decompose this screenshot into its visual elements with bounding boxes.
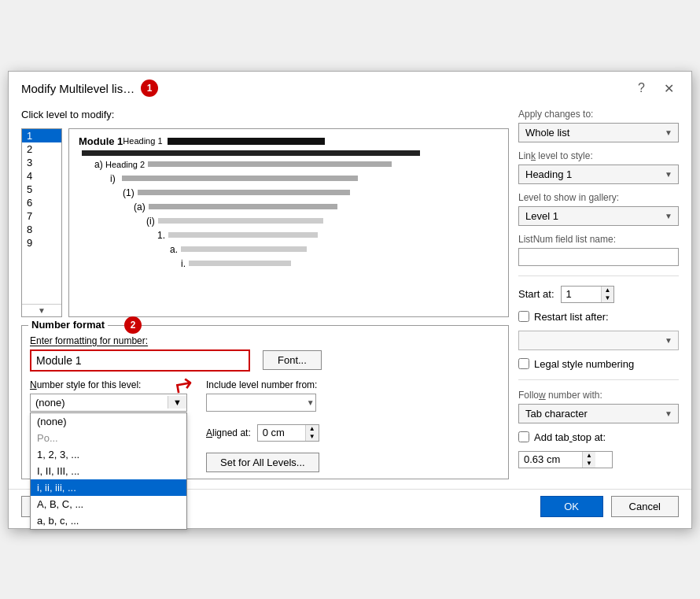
preview-text-3: a) xyxy=(94,159,105,170)
preview-line-5: (1) xyxy=(123,187,499,198)
apply-label: Apply changes to: xyxy=(518,109,679,120)
level-list-inner[interactable]: 1 2 3 4 5 6 7 8 9 xyxy=(22,129,61,304)
preview-text-9: a. xyxy=(170,244,178,255)
level-item-4[interactable]: 4 xyxy=(22,169,61,183)
level-item-7[interactable]: 7 xyxy=(22,209,61,223)
style-dropdown-list[interactable]: (none) Po... 1, 2, 3, ... I, II, III, ..… xyxy=(30,412,187,530)
style-option-alpha-lower[interactable]: a, b, c, ... xyxy=(31,512,186,529)
add-tab-spin-up[interactable]: ▲ xyxy=(583,452,595,460)
set-all-button[interactable]: Set for All Levels... xyxy=(206,453,319,472)
apply-dropdown[interactable]: Whole list xyxy=(518,123,679,142)
follow-dropdown[interactable]: Tab character xyxy=(518,404,679,423)
level-item-6[interactable]: 6 xyxy=(22,196,61,209)
start-at-spin: ▲ ▼ xyxy=(561,286,615,303)
preview-line-10: i. xyxy=(181,258,499,269)
listnum-section: ListNum field list name: xyxy=(518,234,679,266)
listnum-input[interactable] xyxy=(518,248,679,266)
start-at-input[interactable] xyxy=(562,287,601,301)
legal-row: Legal style numbering xyxy=(518,358,679,370)
preview-bar-6 xyxy=(149,204,337,209)
style-dropdown-wrap: (none) ▼ (none) Po... 1, 2, 3, ... I, II… xyxy=(30,394,187,412)
add-tab-checkbox[interactable] xyxy=(518,431,529,442)
preview-bar-2 xyxy=(82,150,420,156)
dialog-window: Modify Multilevel lis… 1 ? ✕ Click level… xyxy=(8,71,692,529)
include-dropdown-wrap: ▼ xyxy=(206,394,319,412)
restart-dropdown[interactable] xyxy=(518,331,679,350)
help-button[interactable]: ? xyxy=(633,79,650,97)
add-tab-spin-down[interactable]: ▼ xyxy=(583,460,595,468)
legal-checkbox[interactable] xyxy=(518,358,529,369)
link-dropdown[interactable]: Heading 1 xyxy=(518,165,679,184)
cancel-button[interactable]: Cancel xyxy=(611,496,679,517)
level-item-9[interactable]: 9 xyxy=(22,236,61,250)
restart-checkbox[interactable] xyxy=(518,311,529,322)
enter-format-label: Enter formatting for number: xyxy=(30,335,500,346)
font-button[interactable]: Font... xyxy=(263,350,322,370)
start-at-spin-up[interactable]: ▲ xyxy=(602,287,614,294)
listnum-label: ListNum field list name: xyxy=(518,234,679,245)
divider-2 xyxy=(518,379,679,380)
preview-bar-7 xyxy=(158,218,323,224)
align-label: Aligned at: xyxy=(206,427,251,438)
style-option-123[interactable]: 1, 2, 3, ... xyxy=(31,446,186,463)
preview-bar-9 xyxy=(181,246,307,252)
align-spin-down[interactable]: ▼ xyxy=(306,433,319,441)
align-spin-up[interactable]: ▲ xyxy=(306,425,319,433)
left-panel: Click level to modify: 1 2 3 4 5 6 7 8 9 xyxy=(21,109,509,479)
preview-line-7: (i) xyxy=(146,216,499,227)
nf-include-col: Include level number from: ▼ Aligned at: xyxy=(206,379,319,472)
style-dropdown-display[interactable]: (none) ▼ xyxy=(30,394,187,412)
badge-2-wrap: 2 xyxy=(124,316,142,334)
style-option-alpha-upper[interactable]: A, B, C, ... xyxy=(31,496,186,512)
start-at-spin-btns: ▲ ▼ xyxy=(601,287,614,302)
add-tab-row: Add tab stop at: xyxy=(518,431,679,443)
level-item-5[interactable]: 5 xyxy=(22,183,61,196)
style-option-roman-lower[interactable]: i, ii, iii, ... xyxy=(31,479,186,496)
click-level-label: Click level to modify: xyxy=(21,109,114,120)
style-option-po[interactable]: Po... xyxy=(31,430,186,446)
preview-line-2 xyxy=(79,150,499,156)
format-input[interactable] xyxy=(30,349,250,372)
preview-line-1: Module 1 Heading 1 xyxy=(79,135,499,147)
start-at-label: Start at: xyxy=(518,288,554,300)
style-option-none1[interactable]: (none) xyxy=(31,413,186,430)
level-item-3[interactable]: 3 xyxy=(22,156,61,169)
footer-right: OK Cancel xyxy=(540,496,679,517)
preview-line-3: a) Heading 2 xyxy=(94,159,499,170)
align-spin: ▲ ▼ xyxy=(257,424,319,442)
divider-1 xyxy=(518,275,679,276)
right-panel: Apply changes to: Whole list ▼ Link leve… xyxy=(518,109,679,479)
title-bar-right: ? ✕ xyxy=(633,79,679,98)
preview-text-5: (1) xyxy=(123,187,134,198)
enter-format-wrap: Enter formatting for number: Font... xyxy=(30,335,500,372)
dialog-body: Click level to modify: 1 2 3 4 5 6 7 8 9 xyxy=(9,102,691,489)
level-scroll-down[interactable]: ▼ xyxy=(22,304,61,316)
restart-label: Restart list after: xyxy=(534,311,609,323)
restart-dropdown-wrap: ▼ xyxy=(518,331,679,350)
align-spin-btns: ▲ ▼ xyxy=(305,425,319,441)
level-item-2[interactable]: 2 xyxy=(22,142,61,156)
start-at-spin-down[interactable]: ▼ xyxy=(602,294,614,302)
include-label: Include level number from: xyxy=(206,379,319,390)
level-item-1[interactable]: 1 xyxy=(22,129,61,142)
preview-bar-10 xyxy=(189,261,291,266)
ok-button[interactable]: OK xyxy=(540,496,603,517)
add-tab-spin-btns: ▲ ▼ xyxy=(582,452,595,468)
preview-text-6: (a) xyxy=(134,202,146,213)
follow-dropdown-wrap: Tab character ▼ xyxy=(518,404,679,423)
preview-bar-5 xyxy=(138,190,350,195)
nf-input-row: Font... xyxy=(30,349,500,372)
style-dropdown-value: (none) xyxy=(31,394,168,411)
apply-section: Apply changes to: Whole list ▼ xyxy=(518,109,679,142)
close-button[interactable]: ✕ xyxy=(659,79,679,98)
add-tab-input[interactable] xyxy=(519,452,582,467)
include-dropdown[interactable] xyxy=(206,394,316,412)
gallery-dropdown[interactable]: Level 1 xyxy=(518,206,679,226)
preview-text-10: i. xyxy=(181,258,186,269)
follow-label: Follow number with: xyxy=(518,390,679,401)
style-option-roman-upper[interactable]: I, II, III, ... xyxy=(31,463,186,479)
align-input[interactable] xyxy=(258,425,305,440)
level-item-8[interactable]: 8 xyxy=(22,223,61,236)
level-list: 1 2 3 4 5 6 7 8 9 ▼ xyxy=(21,128,62,317)
dialog-title: Modify Multilevel lis… xyxy=(21,82,134,95)
